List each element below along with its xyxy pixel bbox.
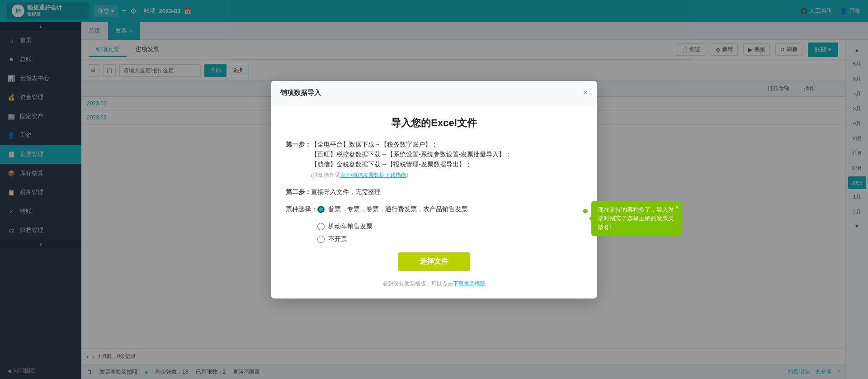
step2-text: 直接导入文件，无需整理 <box>311 188 381 196</box>
select-file-button[interactable]: 选择文件 <box>398 252 470 271</box>
tooltip-close-btn[interactable]: × <box>675 203 679 212</box>
dialog-main-title: 导入您的Excel文件 <box>286 116 582 130</box>
radio-row-normal: 普票，专票，卷票，通行费发票，农产品销售发票 <box>317 205 582 213</box>
download-template-link[interactable]: 下载发票模版 <box>453 280 486 287</box>
step1-link[interactable]: 百旺/航信发票数据下载指南 <box>340 172 406 178</box>
download-note-prefix: 若您没有发票模版，可以点击 <box>382 280 453 287</box>
dialog-title: 销项数据导入 <box>280 89 321 97</box>
step2-label: 第二步： <box>286 188 311 196</box>
step1-block: 第一步： 【全电平台】数据下载→【税务数字账户】； 【百旺】税控盘数据下载→【系… <box>286 141 582 179</box>
radio-normal-label: 普票，专票，卷票，通行费发票，农产品销售发票 <box>328 205 467 213</box>
radio-motor-label: 机动车销售发票 <box>328 223 373 231</box>
radio-row-motor: 机动车销售发票 <box>317 223 582 231</box>
radio-noticket[interactable] <box>317 236 325 243</box>
step1-line1: 【全电平台】数据下载→【税务数字账户】； <box>311 141 511 149</box>
ticket-label-row: 票种选择： 普票，专票，卷票，通行费发票，农产品销售发票 × 现在支持的票种多了… <box>286 205 582 218</box>
tooltip-text: 现在支持的票种多了，导入发票时别忘了选择正确的发票类型呀! <box>598 206 674 231</box>
step1-note-prefix: (详细操作见 <box>311 172 340 178</box>
dialog-close-button[interactable]: × <box>583 88 588 98</box>
step1-row: 第一步： 【全电平台】数据下载→【税务数字账户】； 【百旺】税控盘数据下载→【系… <box>286 141 582 169</box>
step1-line2: 【百旺】税控盘数据下载→【系统设置-系统参数设置-发票批量导入】； <box>311 151 511 159</box>
step1-note-suffix: ) <box>406 172 408 178</box>
step1-lines: 【全电平台】数据下载→【税务数字账户】； 【百旺】税控盘数据下载→【系统设置-系… <box>311 141 511 169</box>
step1-label: 第一步： <box>286 141 311 169</box>
ticket-first-option-container: 普票，专票，卷票，通行费发票，农产品销售发票 × 现在支持的票种多了，导入发票时… <box>317 205 582 218</box>
radio-motor[interactable] <box>317 223 325 230</box>
radio-normal[interactable] <box>317 206 325 213</box>
tooltip-arrow <box>587 216 591 221</box>
ticket-label: 票种选择： <box>286 205 317 213</box>
step1-note: (详细操作见百旺/航信发票数据下载指南) <box>286 171 582 179</box>
ticket-selection: 票种选择： 普票，专票，卷票，通行费发票，农产品销售发票 × 现在支持的票种多了… <box>286 205 582 243</box>
tooltip-bubble: × 现在支持的票种多了，导入发票时别忘了选择正确的发票类型呀! <box>591 201 682 237</box>
radio-row-noticket: 不开票 <box>317 235 582 243</box>
radio-noticket-label: 不开票 <box>328 235 347 243</box>
modal-overlay: 销项数据导入 × 导入您的Excel文件 第一步： 【全电平台】数据下载→【税务… <box>0 0 868 379</box>
import-dialog: 销项数据导入 × 导入您的Excel文件 第一步： 【全电平台】数据下载→【税务… <box>271 81 597 298</box>
step2-block: 第二步： 直接导入文件，无需整理 <box>286 188 582 196</box>
step1-line3: 【航信】金税盘数据下载→【报税管理-发票数据导出】； <box>311 161 511 169</box>
download-note: 若您没有发票模版，可以点击下载发票模版 <box>286 280 582 288</box>
dialog-header: 销项数据导入 × <box>271 81 597 105</box>
tooltip-container: × 现在支持的票种多了，导入发票时别忘了选择正确的发票类型呀! <box>591 201 682 237</box>
tooltip-dot <box>583 209 588 213</box>
dialog-body: 导入您的Excel文件 第一步： 【全电平台】数据下载→【税务数字账户】； 【百… <box>271 105 597 298</box>
